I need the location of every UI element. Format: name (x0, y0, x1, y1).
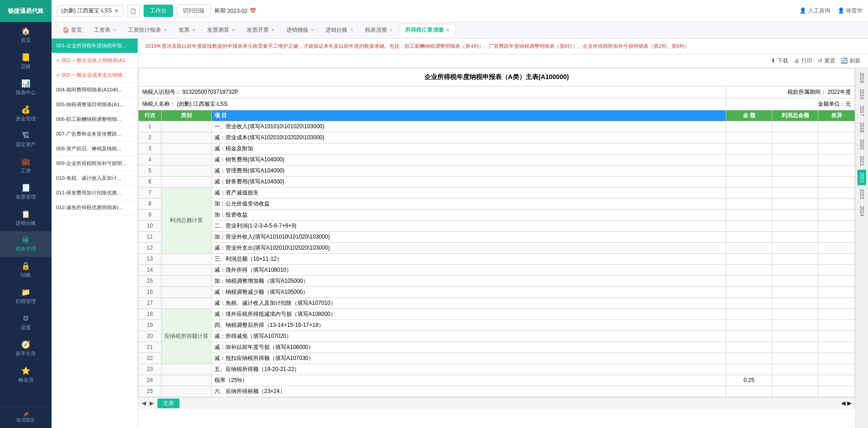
left-item-008[interactable]: 008-资产折旧、摊销及纳税... (52, 142, 138, 156)
row-amount[interactable] (726, 286, 772, 297)
left-item-010[interactable]: 010-免税、减计收入及加计... (52, 171, 138, 186)
sidebar-item-payroll[interactable]: 💼 工资 (0, 153, 52, 179)
left-item-005[interactable]: 005-纳税调整项目明细表(A1... (52, 97, 138, 112)
customer-service[interactable]: 👤 人工咨询 (799, 7, 830, 15)
sidebar-item-tax[interactable]: 🏛 税务管理 (0, 231, 52, 257)
left-item-003[interactable]: ⊙ 003-一般企业成本支出明细... (52, 68, 138, 83)
row-amount[interactable] (726, 364, 772, 375)
row-profit[interactable] (772, 176, 818, 187)
left-item-007[interactable]: 007-广告费和业务宣传费跌... (52, 127, 138, 142)
row-amount[interactable] (726, 132, 772, 143)
row-amount[interactable] (726, 198, 772, 209)
prev-sheet-icon[interactable]: ◀ (142, 400, 146, 406)
row-amount[interactable] (726, 242, 772, 253)
row-amount[interactable]: 0.25 (726, 375, 772, 386)
row-diff[interactable] (818, 132, 855, 143)
sidebar-item-ledger[interactable]: 📒 总账 (0, 48, 52, 74)
row-profit[interactable] (772, 253, 818, 264)
sidebar-item-sales[interactable]: 📋 进销台账 (0, 205, 52, 231)
row-profit[interactable] (772, 165, 818, 176)
user-avatar[interactable]: 👤 徐莲华 (838, 7, 862, 15)
row-amount[interactable] (726, 220, 772, 231)
row-profit[interactable] (772, 220, 818, 231)
left-item-002[interactable]: ⊙ 002-一般企业收入明细表(A1... (52, 53, 138, 68)
row-diff[interactable] (818, 320, 855, 331)
row-amount[interactable] (726, 176, 772, 187)
left-item-001[interactable]: 001-企业所得税年度纳税申报... (52, 39, 138, 53)
row-diff[interactable] (818, 386, 855, 397)
next-sheet-icon[interactable]: ▶ (150, 400, 154, 406)
download-button[interactable]: ⬇ 下载 (771, 57, 788, 65)
row-amount[interactable] (726, 297, 772, 308)
row-diff[interactable] (818, 364, 855, 375)
reset-button[interactable]: ↺ 重置 (818, 57, 835, 65)
year-item-2019[interactable]: 2019 (857, 70, 866, 86)
row-profit[interactable] (772, 209, 818, 220)
row-diff[interactable] (818, 165, 855, 176)
row-profit[interactable] (772, 364, 818, 375)
row-profit[interactable] (772, 275, 818, 286)
row-profit[interactable] (772, 286, 818, 297)
sidebar-item-closing[interactable]: 🔒 结账 (0, 257, 52, 283)
row-diff[interactable] (818, 187, 855, 198)
year-item-2016[interactable]: 2016 (857, 86, 866, 102)
close-icon[interactable]: × (113, 28, 116, 33)
company-selector[interactable]: (勿删) 江西服宝-LSS ▼ (57, 5, 123, 17)
row-diff[interactable] (818, 220, 855, 231)
row-amount[interactable] (726, 165, 772, 176)
year-item-2020[interactable]: 2020 (857, 137, 866, 152)
workspace-button[interactable]: 工作台 (144, 5, 173, 17)
row-diff[interactable] (818, 154, 855, 165)
row-diff[interactable] (818, 143, 855, 154)
scroll-left-icon[interactable]: ◀ (841, 400, 845, 406)
left-item-012[interactable]: 012-减免所得税优惠明细表(... (52, 200, 138, 215)
sidebar-item-home[interactable]: 🏠 首页 (0, 22, 52, 48)
row-amount[interactable] (726, 308, 772, 320)
row-diff[interactable] (818, 331, 855, 342)
row-amount[interactable] (726, 386, 772, 397)
year-item-2023[interactable]: 2023 (857, 186, 866, 202)
row-diff[interactable] (818, 286, 855, 297)
left-item-004[interactable]: 004-期间费用明细表(A1040... (52, 83, 138, 97)
sidebar-item-member[interactable]: ⭐ 畅会员 (0, 362, 52, 388)
sidebar-bottom[interactable]: 📌 取消固定 (0, 407, 52, 428)
row-diff[interactable] (818, 308, 855, 320)
row-amount[interactable] (726, 187, 772, 198)
close-icon[interactable]: × (192, 28, 195, 33)
year-item-2018[interactable]: 2018 (857, 120, 866, 135)
sidebar-item-assets[interactable]: 💰 资金管理 (0, 101, 52, 127)
close-icon[interactable]: × (390, 28, 393, 33)
left-item-009[interactable]: 009-企业所得税附加补亏损明... (52, 156, 138, 171)
refresh-button[interactable]: 🔄 刷新 (841, 57, 861, 65)
tab-invoice-calc[interactable]: 发票测算 × (202, 24, 240, 36)
sidebar-item-invoice[interactable]: 🧾 发票管理 (0, 179, 52, 205)
row-diff[interactable] (818, 375, 855, 386)
row-profit[interactable] (772, 143, 818, 154)
row-profit[interactable] (772, 198, 818, 209)
row-diff[interactable] (818, 242, 855, 253)
row-amount[interactable] (726, 320, 772, 331)
sidebar-item-archive[interactable]: 📁 归档管理 (0, 283, 52, 309)
sidebar-item-reports[interactable]: 📊 报表中心 (0, 74, 52, 101)
close-icon[interactable]: × (446, 28, 449, 33)
row-amount[interactable] (726, 264, 772, 275)
switch-version-button[interactable]: 切到旧版 (177, 4, 211, 17)
sidebar-item-settings[interactable]: ⚙ 设置 (0, 309, 52, 336)
row-diff[interactable] (818, 209, 855, 220)
scroll-right-icon[interactable]: ▶ (847, 400, 851, 406)
row-amount[interactable] (726, 342, 772, 353)
row-profit[interactable] (772, 331, 818, 342)
close-icon[interactable]: × (164, 28, 167, 33)
row-diff[interactable] (818, 198, 855, 209)
tab-sales-check[interactable]: 进销稽核 × (281, 24, 319, 36)
row-profit[interactable] (772, 132, 818, 143)
row-amount[interactable] (726, 353, 772, 364)
row-profit[interactable] (772, 320, 818, 331)
year-item-2021[interactable]: 2021 (857, 153, 866, 169)
year-item-2024[interactable]: 2024 (857, 203, 866, 219)
row-amount[interactable] (726, 209, 772, 220)
row-amount[interactable] (726, 121, 772, 132)
print-button[interactable]: 🖨 打印 (794, 57, 812, 65)
tab-tax-clear[interactable]: 税表清册 × (359, 24, 398, 36)
row-profit[interactable] (772, 121, 818, 132)
